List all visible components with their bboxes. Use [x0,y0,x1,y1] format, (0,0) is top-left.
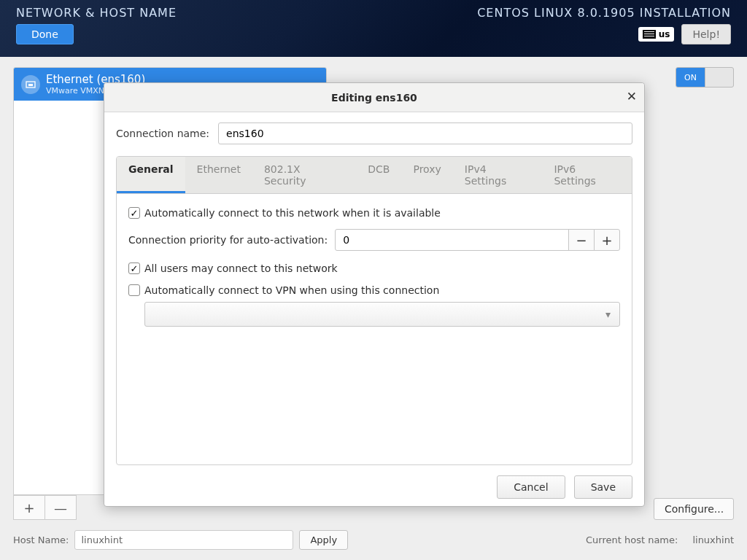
connection-name-label: Connection name: [116,128,209,139]
add-device-button[interactable]: + [13,495,45,520]
dialog-tabs: General Ethernet 802.1X Security DCB Pro… [117,157,632,194]
save-button[interactable]: Save [574,475,632,499]
help-button[interactable]: Help! [681,24,731,44]
configure-button[interactable]: Configure... [654,498,734,520]
priority-input[interactable] [335,229,569,251]
remove-device-button[interactable]: — [44,495,77,520]
keyboard-label: us [659,29,670,39]
tab-ipv4[interactable]: IPv4 Settings [453,157,543,193]
chevron-down-icon: ▾ [605,308,611,320]
ethernet-icon [21,75,40,94]
auto-vpn-label: Automatically connect to VPN when using … [144,284,439,296]
all-users-checkbox[interactable] [128,262,140,274]
close-icon[interactable]: ✕ [627,89,637,104]
tab-general[interactable]: General [117,157,185,193]
vpn-select[interactable]: ▾ [144,302,620,327]
toggle-on-label: ON [676,68,705,87]
priority-label: Connection priority for auto-activation: [128,234,328,246]
installer-title: CENTOS LINUX 8.0.1905 INSTALLATION [477,6,731,20]
current-hostname-value: linuxhint [692,534,734,545]
apply-button[interactable]: Apply [299,530,348,550]
tab-ethernet[interactable]: Ethernet [185,157,252,193]
tab-8021x[interactable]: 802.1X Security [252,157,356,193]
edit-connection-dialog: Editing ens160 ✕ Connection name: Genera… [104,82,645,507]
current-hostname-label: Current host name: [586,534,678,545]
keyboard-icon [643,30,656,39]
done-button[interactable]: Done [16,24,74,44]
hostname-input[interactable] [74,530,293,550]
hostname-label: Host Name: [13,534,69,545]
priority-decrement[interactable]: − [568,229,595,251]
tab-dcb[interactable]: DCB [356,157,401,193]
auto-connect-label: Automatically connect to this network wh… [144,207,441,219]
dialog-title: Editing ens160 [331,92,417,104]
auto-vpn-checkbox[interactable] [128,284,140,296]
priority-increment[interactable]: + [594,229,620,251]
auto-connect-checkbox[interactable] [128,207,140,219]
connection-toggle[interactable]: ON [676,67,734,88]
page-title: NETWORK & HOST NAME [16,6,177,20]
tab-proxy[interactable]: Proxy [401,157,452,193]
connection-name-input[interactable] [218,122,632,144]
all-users-label: All users may connect to this network [144,262,338,274]
top-banner: NETWORK & HOST NAME Done CENTOS LINUX 8.… [0,0,747,57]
svg-rect-1 [28,84,33,86]
cancel-button[interactable]: Cancel [497,475,565,499]
keyboard-indicator[interactable]: us [638,27,675,42]
tab-ipv6[interactable]: IPv6 Settings [542,157,632,193]
